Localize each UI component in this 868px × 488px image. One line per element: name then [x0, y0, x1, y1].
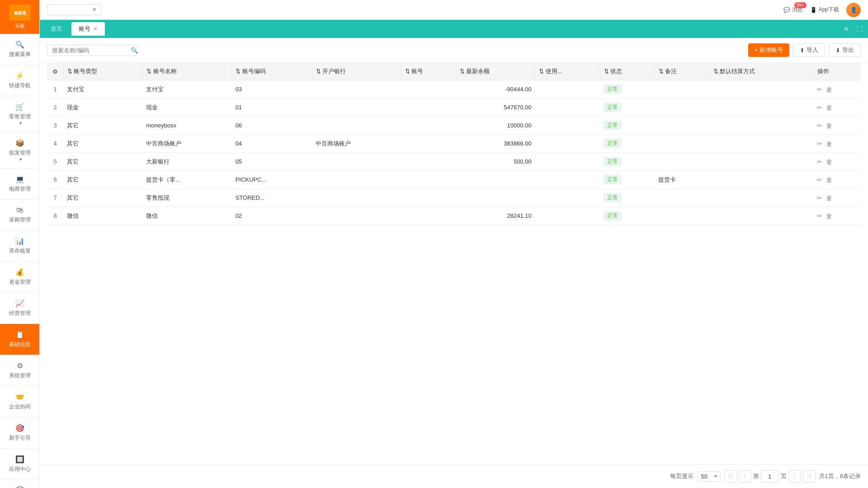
page-prev-button[interactable]: ⟨ — [739, 470, 751, 483]
sidebar-item-icon-2: 🛒 — [15, 103, 24, 111]
svg-text:畅捷通: 畅捷通 — [14, 11, 26, 15]
status-badge-7: 正常 — [604, 211, 622, 221]
export-button[interactable]: ⬇ 导出 — [829, 43, 861, 57]
delete-button-2[interactable]: 🗑 — [826, 122, 832, 129]
cell-name-7: 微信 — [142, 207, 231, 225]
cell-balance-2: 10000.00 — [456, 117, 535, 135]
topbar-search[interactable]: ▼ — [47, 4, 101, 15]
sidebar-item-6[interactable]: 📊 库存核算 — [0, 230, 39, 262]
cell-settlement-1 — [709, 99, 813, 117]
cell-bank-5 — [312, 171, 401, 189]
pagination: 每页显示 50 10 20 100 ⟨⟨ ⟨ 第 页 ⟩ ⟩⟩ 共1页，8条记录 — [40, 464, 868, 488]
import-label: 导入 — [807, 46, 818, 54]
sidebar-item-icon-10: ⚙ — [17, 361, 23, 370]
sidebar-item-9[interactable]: 📋 基础信息 — [0, 324, 39, 355]
sidebar-item-label-5: 采购管理 — [9, 216, 31, 224]
topbar-search-input[interactable] — [51, 7, 91, 13]
status-badge-5: 正常 — [604, 175, 622, 184]
edit-button-2[interactable]: ✏ — [817, 122, 822, 129]
cell-usage-1 — [535, 99, 600, 117]
th-bank[interactable]: ⇅ 开户银行 — [312, 63, 401, 80]
cell-account-0 — [401, 80, 456, 99]
th-usage[interactable]: ⇅ 使用... — [535, 63, 600, 80]
delete-button-5[interactable]: 🗑 — [826, 176, 832, 183]
content-search-icon: 🔍 — [131, 47, 138, 54]
tab-expand-icon[interactable]: ⛶ — [854, 23, 864, 34]
page-last-button[interactable]: ⟩⟩ — [803, 470, 816, 483]
sidebar-item-2[interactable]: 🛒 零售管理 ▾ — [0, 96, 39, 132]
sidebar-item-1[interactable]: ⚡ 快捷导航 — [0, 65, 39, 96]
add-account-button[interactable]: + 新增账号 — [748, 43, 789, 57]
content-search-wrap[interactable]: 🔍 — [47, 45, 137, 56]
sidebar-item-label-8: 经营管理 — [9, 310, 31, 317]
th-balance-sort: ⇅ — [460, 68, 465, 75]
status-badge-6: 正常 — [604, 193, 622, 202]
sidebar: 畅捷通 乐版 🔍 搜索菜单 ⚡ 快捷导航 🛒 零售管理 ▾ 📦 批发管理 ▾ 💻… — [0, 0, 40, 488]
th-settings[interactable]: ⚙ — [47, 63, 63, 80]
delete-button-3[interactable]: 🗑 — [826, 140, 832, 147]
delete-button-7[interactable]: 🗑 — [826, 212, 832, 220]
page-next-button[interactable]: ⟩ — [788, 470, 801, 483]
th-name[interactable]: ⇅ 账号名称 — [142, 63, 231, 80]
sidebar-item-icon-11: 🤝 — [15, 393, 24, 401]
sidebar-item-4[interactable]: 💻 电商管理 — [0, 169, 39, 200]
th-type[interactable]: ⇅ 账号类型 — [63, 63, 142, 80]
sidebar-item-5[interactable]: 🛍 采购管理 — [0, 200, 39, 230]
sidebar-item-12[interactable]: 🎯 新手引导 — [0, 418, 39, 449]
th-balance[interactable]: ⇅ 最新余额 — [456, 63, 535, 80]
cell-remark-2 — [655, 117, 709, 135]
delete-button-0[interactable]: 🗑 — [826, 86, 832, 93]
sidebar-logo[interactable]: 畅捷通 乐版 — [0, 0, 39, 34]
edit-button-1[interactable]: ✏ — [817, 104, 822, 111]
tab-account-close[interactable]: ✕ — [93, 26, 98, 32]
notification-button[interactable]: 💬 消息 99+ — [783, 6, 803, 14]
th-code[interactable]: ⇅ 账号编码 — [232, 63, 312, 80]
export-label: 导出 — [842, 46, 854, 54]
edit-button-4[interactable]: ✏ — [817, 158, 822, 165]
sidebar-item-3[interactable]: 📦 批发管理 ▾ — [0, 132, 39, 169]
page-number-input[interactable] — [761, 470, 779, 483]
sidebar-item-label-4: 电商管理 — [9, 185, 31, 193]
tab-account[interactable]: 账号 ✕ — [71, 22, 105, 36]
sidebar-item-13[interactable]: 🔲 应用中心 — [0, 449, 39, 480]
sidebar-item-icon-14: 💬 — [15, 486, 24, 488]
edit-button-3[interactable]: ✏ — [817, 140, 822, 147]
table-row: 1 支付宝 支付宝 03 -90444.00 正常 ✏ 🗑 — [47, 80, 861, 99]
th-settlement[interactable]: ⇅ 默认结算方式 — [709, 63, 813, 80]
th-status[interactable]: ⇅ 状态 — [600, 63, 655, 80]
cell-bank-6 — [312, 189, 401, 207]
edit-button-0[interactable]: ✏ — [817, 86, 822, 93]
edit-button-5[interactable]: ✏ — [817, 176, 822, 183]
sidebar-item-0[interactable]: 🔍 搜索菜单 — [0, 34, 39, 65]
cell-actions-7: ✏ 🗑 — [813, 207, 861, 225]
import-button[interactable]: ⬆ 导入 — [793, 43, 825, 57]
sidebar-item-11[interactable]: 🤝 企业协同 — [0, 386, 39, 418]
sidebar-item-7[interactable]: 💰 资金管理 — [0, 262, 39, 293]
tab-close-all-icon[interactable]: ✕ — [842, 23, 851, 34]
cell-remark-6 — [655, 189, 709, 207]
cell-settlement-5 — [709, 171, 813, 189]
page-size-select[interactable]: 50 10 20 100 — [697, 471, 721, 482]
delete-button-4[interactable]: 🗑 — [826, 158, 832, 165]
user-avatar[interactable]: 👤 — [846, 3, 861, 17]
table-row: 2 现金 现金 01 547670.00 正常 ✏ 🗑 — [47, 99, 861, 117]
app-download-button[interactable]: 📱 App下载 — [810, 6, 839, 14]
tab-home[interactable]: 首页 — [43, 22, 70, 36]
sidebar-item-14[interactable]: 💬 企业微信 — [0, 480, 39, 488]
edit-button-6[interactable]: ✏ — [817, 194, 822, 202]
th-account[interactable]: ⇅ 账号 — [401, 63, 456, 80]
cell-settlement-7 — [709, 207, 813, 225]
delete-button-1[interactable]: 🗑 — [826, 104, 832, 111]
delete-button-6[interactable]: 🗑 — [826, 194, 832, 202]
logo-icon: 畅捷通 — [9, 5, 31, 21]
sidebar-item-10[interactable]: ⚙ 系统管理 — [0, 355, 39, 386]
cell-actions-1: ✏ 🗑 — [813, 99, 861, 117]
cell-status-1: 正常 — [600, 99, 655, 117]
cell-type-6: 其它 — [63, 189, 142, 207]
edit-button-7[interactable]: ✏ — [817, 212, 822, 220]
sidebar-item-8[interactable]: 📈 经营管理 — [0, 293, 39, 324]
cell-status-7: 正常 — [600, 207, 655, 225]
th-remark[interactable]: ⇅ 备注 — [655, 63, 709, 80]
page-first-button[interactable]: ⟨⟨ — [724, 470, 737, 483]
content-search-input[interactable] — [52, 47, 128, 54]
